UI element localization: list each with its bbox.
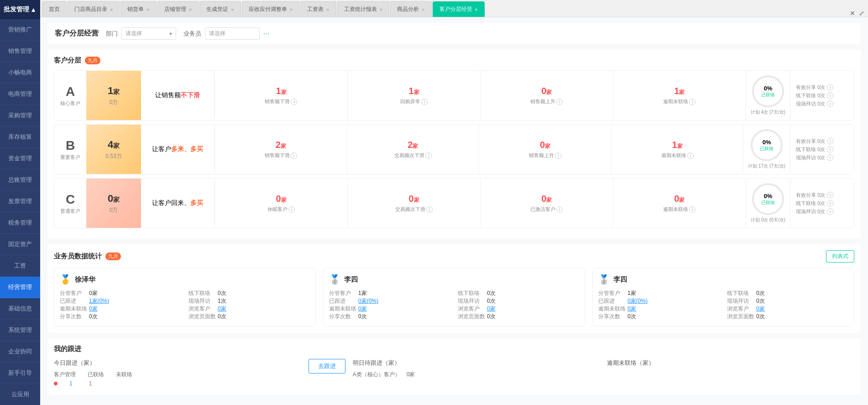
list-view-button[interactable]: 列表式 [826, 250, 854, 263]
staff-stat-val: 0次 [89, 313, 98, 321]
info-icon[interactable]: i [421, 99, 428, 105]
staff-stat-val[interactable]: 0家(0%) [358, 297, 378, 305]
right-stat-row: 线下联络 0次 i [796, 92, 848, 99]
info-icon[interactable]: i [689, 206, 695, 213]
staff-stat-val[interactable]: 0家 [627, 305, 636, 313]
sidebar-item-3[interactable]: 电商管理 [0, 84, 40, 105]
sidebar-item-8[interactable]: 发票管理 [0, 191, 40, 212]
staff-stat-val: 0次 [487, 289, 496, 297]
info-icon[interactable]: i [827, 146, 833, 153]
stat-num: 0家 [540, 140, 550, 150]
tab-close-8[interactable]: × [422, 7, 424, 12]
staff-right-col: 线下联络 0次 现场拜访 0次 浏览客户 0家 浏览页面数 0次 [727, 289, 848, 321]
staff-card-1: 🥈 李四 分管客户 1家 已跟进 0家(0%) 逾期未联络 0家 分享次数 0次… [323, 268, 585, 326]
sidebar-item-14[interactable]: 系统管理 [0, 320, 40, 341]
info-icon[interactable]: i [827, 138, 833, 144]
tab-7[interactable]: 工资统计报表× [337, 1, 389, 17]
info-icon[interactable]: i [827, 154, 833, 161]
info-icon[interactable]: i [556, 99, 563, 105]
tier-count: 0家 [108, 193, 120, 205]
staff-stat-label: 现场拜访 [727, 297, 754, 305]
sidebar-item-4[interactable]: 采购管理 [0, 105, 40, 126]
followup-section-title: 我的跟进 [54, 345, 81, 353]
staff-stat-val[interactable]: 0家(0%) [627, 297, 648, 305]
sidebar-item-10[interactable]: 固定资产 [0, 234, 40, 255]
staff-placeholder: 请选择 [209, 30, 225, 37]
info-icon[interactable]: i [291, 153, 297, 159]
tab-close-7[interactable]: × [380, 7, 382, 12]
info-icon[interactable]: i [687, 153, 694, 159]
sidebar-item-9[interactable]: 税务管理 [0, 212, 40, 234]
dept-filter-group: 部门 请选择 ▾ [106, 27, 176, 40]
stat-cell: 0家 休眠客户 i [214, 179, 347, 228]
stat-cell: 2家 销售额下滑 i [214, 125, 347, 174]
sidebar-logo[interactable]: 批发管理 ▲ [0, 0, 40, 19]
info-icon[interactable]: i [689, 99, 695, 105]
tab-close-2[interactable]: × [146, 7, 149, 12]
tab-close-3[interactable]: × [189, 7, 192, 12]
staff-stat-val[interactable]: 0家 [487, 305, 496, 313]
staff-stat-val[interactable]: 0家 [89, 305, 98, 313]
tab-5[interactable]: 应收应付调整单× [242, 1, 299, 17]
staff-stat-val[interactable]: 1家(0%) [89, 297, 109, 305]
tier-count-box: 0家 0万 [86, 179, 141, 228]
sidebar-item-5[interactable]: 库存核算 [0, 126, 40, 148]
goto-followup-button[interactable]: 去跟进 [309, 359, 345, 373]
sidebar-item-13[interactable]: 基础信息 [0, 298, 40, 320]
tab-0[interactable]: 首页 [42, 1, 67, 17]
more-options-button[interactable]: ··· [263, 30, 269, 38]
tab-close-5[interactable]: × [290, 7, 293, 12]
info-icon[interactable]: i [425, 153, 432, 159]
tab-4[interactable]: 生成凭证× [199, 1, 241, 17]
tier-name: 普通客户 [60, 208, 80, 215]
sidebar-item-16[interactable]: 新手引导 [0, 363, 40, 384]
staff-stat-row: 线下联络 0次 [727, 289, 848, 297]
info-icon[interactable]: i [827, 92, 833, 99]
sidebar-item-7[interactable]: 总账管理 [0, 169, 40, 191]
tab-action-maximize[interactable]: ⤢ [859, 10, 864, 17]
info-icon[interactable]: i [426, 206, 433, 213]
tier-count: 4家 [108, 139, 120, 151]
info-icon[interactable]: i [827, 100, 833, 107]
staff-stat-row: 分享次数 0次 [329, 313, 450, 321]
sidebar-item-11[interactable]: 工资 [0, 255, 40, 277]
sidebar-item-17[interactable]: 云应用 [0, 384, 40, 405]
tab-close-9[interactable]: × [475, 7, 478, 12]
info-icon[interactable]: i [555, 153, 561, 159]
sidebar-item-12[interactable]: 经营管理 [0, 277, 40, 298]
info-icon[interactable]: i [827, 208, 833, 215]
info-icon[interactable]: i [288, 206, 295, 213]
col-val1: 已联络 [88, 371, 104, 379]
staff-stat-val[interactable]: 0家 [218, 305, 226, 313]
stat-cell: 0家 销售额上升 i [479, 125, 611, 174]
tab-close-4[interactable]: × [231, 7, 234, 12]
staff-stat-val[interactable]: 0家 [358, 305, 367, 313]
tab-1[interactable]: 门店商品目录× [68, 1, 120, 17]
staff-stat-row: 逾期未联络 0家 [60, 305, 181, 313]
tab-9[interactable]: 客户分层经营× [433, 1, 485, 17]
sidebar-item-0[interactable]: 营销推广 [0, 19, 40, 41]
sidebar-item-6[interactable]: 资金管理 [0, 148, 40, 169]
tab-close-1[interactable]: × [110, 7, 113, 12]
tab-2[interactable]: 销货单× [120, 1, 156, 17]
tomorrow-rows: A类（核心）客户） 0家 [353, 371, 600, 379]
tab-3[interactable]: 店铺管理× [157, 1, 199, 17]
staff-stat-row: 逾期未联络 0家 [598, 305, 720, 313]
staff-stat-val[interactable]: 0家 [756, 305, 765, 313]
staff-stat-val: 0次 [627, 313, 636, 321]
dept-select[interactable]: 请选择 ▾ [121, 27, 176, 40]
tab-6[interactable]: 工资表× [300, 1, 336, 17]
sidebar-item-15[interactable]: 企业协同 [0, 341, 40, 363]
tab-close-6[interactable]: × [326, 7, 329, 12]
info-icon[interactable]: i [827, 192, 833, 198]
sidebar-item-2[interactable]: 小畅电商 [0, 62, 40, 84]
info-icon[interactable]: i [556, 206, 563, 213]
info-icon[interactable]: i [827, 200, 833, 206]
info-icon[interactable]: i [827, 84, 833, 90]
info-icon[interactable]: i [291, 99, 297, 105]
staff-select[interactable]: 请选择 [205, 27, 260, 40]
sidebar-item-1[interactable]: 销售管理 [0, 41, 40, 62]
tab-action-close[interactable]: ✕ [850, 10, 855, 17]
tab-8[interactable]: 商品分析× [390, 1, 431, 17]
right-stat-label: 线下联络 0次 [796, 92, 825, 99]
